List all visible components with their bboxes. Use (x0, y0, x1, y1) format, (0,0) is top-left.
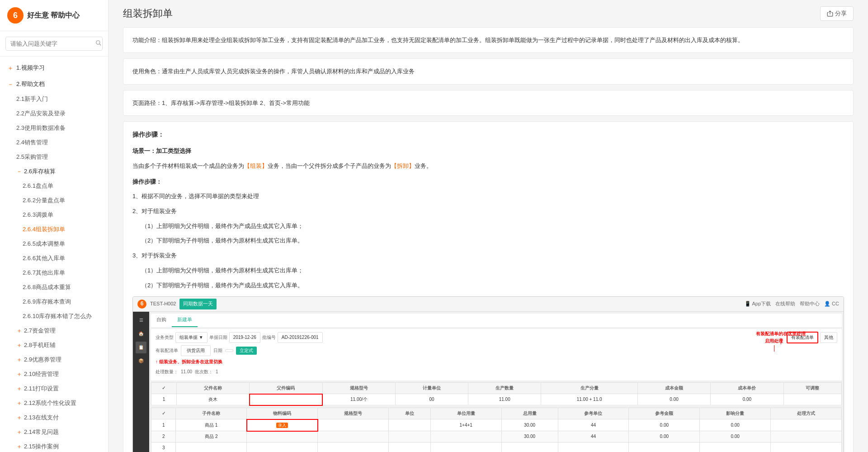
annotation3-label: 启用处理 (765, 337, 783, 345)
sidebar-item-coupon[interactable]: ＋2.9优惠券管理 (0, 352, 108, 367)
share-button[interactable]: 分享 (820, 6, 854, 21)
ss-titlebar-right: 📱 App下载 在线帮助 帮助中心 👤 CC (745, 300, 839, 309)
ss-type-label: 业务类型 (156, 333, 174, 342)
path-text: 页面路径：1、库存核算->库存管理->组装拆卸单 2、首页->常用功能 (132, 100, 310, 106)
logo-icon: 6 (7, 7, 24, 24)
ss-batch-count-label: 批次数： (195, 368, 213, 376)
lth-mat-code: 物料编码 (247, 408, 318, 419)
ss-nav-icon1: ☰ (139, 314, 143, 326)
ss-total-count: 处理数量： (156, 368, 178, 376)
ss-form-row2: 有装配清单 供货店用 日期 立定式 启用处理 (156, 345, 837, 356)
td-spec-val: 11.00/个 (322, 394, 395, 405)
sidebar-item-data[interactable]: 2.3使用前数据准备 (0, 121, 108, 135)
screenshot-container: 6 TEST-H002 同期数据一天 📱 App下载 在线帮助 帮助中心 👤 C… (132, 296, 844, 452)
sidebar-item-cases[interactable]: ＋2.15操作案例 (0, 439, 108, 452)
ss-qiyong-label: 有装配清单 (156, 347, 178, 355)
sidebar-item-2.6.5[interactable]: 2.6.5成本调整单 (0, 237, 108, 251)
ss-count-val: 11.00 (181, 368, 192, 376)
sidebar-item-2.6.4[interactable]: 2.6.4组装拆卸单 (0, 222, 108, 237)
ss-online-help: 在线帮助 (775, 300, 795, 309)
ss-other-btn: 其他 (820, 332, 837, 343)
ss-lower-table: ✓ 子件名称 物料编码 规格型号 单位 单位用量 总用量 参考单位 参考金额 (151, 408, 842, 452)
th-cost-amount: 成本金额 (637, 382, 710, 394)
sidebar-item-video[interactable]: ＋ 1.视频学习 (0, 60, 108, 76)
step3-2: （2）下部明细为子件明细，最终作为产成品生成其它入库单。 (132, 280, 844, 291)
sidebar-item-2.6.6[interactable]: 2.6.6其他入库单 (0, 251, 108, 266)
sidebar-item-2.6.8[interactable]: 2.6.8商品成本重算 (0, 280, 108, 295)
sidebar-item-docs-label: 2.帮助文档 (16, 80, 101, 88)
step2-2: （2）下部明细为子件明细，最终作为原材料生成其它出库单。 (132, 235, 844, 247)
search-button[interactable] (91, 37, 103, 50)
table-row: 1 炎木 11.00/个 00 11.00 11.00 + 11.0 0.00 (151, 394, 842, 405)
intro-block: 功能介绍：组装拆卸单用来处理企业组装或拆卸等加工业务，支持有固定装配清单的产品加… (123, 27, 854, 53)
th-adjustable: 可调整 (783, 382, 841, 394)
minus-icon: － (7, 81, 14, 87)
sidebar-item-custom[interactable]: ＋2.12系统个性化设置 (0, 396, 108, 410)
ss-app-dl: 📱 App下载 (745, 300, 771, 309)
search-icon (95, 40, 102, 46)
annotation2-label: ↑ 组装业务、拆卸业务在这里切换 (156, 358, 837, 366)
sidebar-item-2.6.2[interactable]: 2.6.2分量盘点单 (0, 193, 108, 208)
lth-unit-usage: 单位用量 (430, 408, 501, 419)
ss-company: TEST-H002 (150, 300, 176, 309)
td-cost-amt-val: 0.00 (637, 394, 710, 405)
ss-nav-active: 📋 (136, 342, 146, 353)
sidebar-item-purchase[interactable]: 2.5采购管理 (0, 150, 108, 164)
ss-body: ☰ 🏠 📋 📦 自购 新建单 (133, 312, 844, 452)
sidebar-item-faq[interactable]: ＋2.14常见问题 (0, 425, 108, 439)
sidebar-item-2.6.10[interactable]: 2.6.10库存账本错了怎么办 (0, 309, 108, 324)
ss-upper-table-container: ✓ 父件名称 父件编码 规格型号 计量单位 生产数量 生产分量 成本金额 成本单 (151, 382, 842, 406)
ss-qiyong-input: 供货店用 (181, 345, 211, 356)
sidebar-item-2.6.9[interactable]: 2.6.9库存账本查询 (0, 295, 108, 309)
td-prod-qty-val: 11.00 (468, 394, 541, 405)
ss-count-row: 处理数量： 11.00 批次数： 1 (156, 368, 837, 376)
sidebar-item-install[interactable]: 2.2产品安装及登录 (0, 106, 108, 121)
intro-text: 功能介绍：组装拆卸单用来处理企业组装或拆卸等加工业务，支持有固定装配清单的产品加… (132, 37, 744, 43)
ss-process-btn[interactable]: 立定式 (236, 347, 257, 355)
sidebar-item-2.6.1[interactable]: 2.6.1盘点单 (0, 179, 108, 193)
sidebar-item-2.6.7[interactable]: 2.6.7其他出库单 (0, 266, 108, 280)
ss-batch-count-val: 1 (216, 368, 218, 376)
ss-lower-table-container: ✓ 子件名称 物料编码 规格型号 单位 单位用量 总用量 参考单位 参考金额 (151, 408, 842, 452)
sidebar-item-ops[interactable]: ＋2.10经营管理 (0, 367, 108, 381)
th-check: ✓ (151, 382, 177, 394)
ss-main: 自购 新建单 业务类型 组装单据 ▼ 单据日期 2019-12-26 (149, 312, 844, 452)
sidebar-item-payment[interactable]: ＋2.13在线支付 (0, 410, 108, 425)
th-spec: 规格型号 (322, 382, 395, 394)
lth-unit: 单位 (388, 408, 430, 419)
th-prod-fraction: 生产分量 (541, 382, 638, 394)
ss-batch-label: 批编号 (262, 333, 276, 342)
search-input[interactable] (6, 38, 91, 50)
ss-batch-input: AD-20191226-001 (278, 332, 323, 343)
ss-form-row1: 业务类型 组装单据 ▼ 单据日期 2019-12-26 批编号 AD-20191… (156, 332, 837, 343)
sidebar-item-newbie[interactable]: 2.1新手入门 (0, 92, 108, 106)
ss-left-nav: ☰ 🏠 📋 📦 (133, 312, 149, 452)
table-row: 3 (151, 442, 842, 452)
ss-date-input: 2019-12-26 (229, 332, 260, 343)
ss-help-center: 帮助中心 (800, 300, 820, 309)
sidebar-item-2.6.3[interactable]: 2.6.3调拨单 (0, 208, 108, 222)
search-area (0, 31, 108, 57)
sidebar-item-finance[interactable]: ＋2.7资金管理 (0, 324, 108, 338)
ss-type-select: 业务类型 组装单据 ▼ 单据日期 2019-12-26 批编号 AD-20191… (156, 332, 323, 343)
lth-process: 处理方式 (771, 408, 842, 419)
sidebar-item-sales[interactable]: 2.4销售管理 (0, 135, 108, 150)
scene1-desc: 当由多个子件材料组装成一个成品的业务为【组装】业务，当由一个父件拆分成多个子产品… (132, 161, 844, 172)
ops-content: 场景一：加工类型选择 当由多个子件材料组装成一个成品的业务为【组装】业务，当由一… (132, 146, 844, 291)
td-adj-val (783, 394, 841, 405)
sidebar: 6 好生意 帮助中心 ＋ 1.视频学习 － 2.帮助文档 2.1新手入门 (0, 0, 108, 452)
th-parent-name: 父件名称 (176, 382, 249, 394)
ss-nav-icon4: 📦 (138, 355, 144, 367)
sidebar-item-inventory[interactable]: －2.6库存核算 (0, 164, 108, 179)
sidebar-item-print[interactable]: ＋2.11打印设置 (0, 381, 108, 396)
sidebar-item-docs[interactable]: － 2.帮助文档 (0, 76, 108, 92)
share-label: 分享 (835, 10, 847, 18)
svg-point-0 (96, 41, 100, 44)
sidebar-item-mobile[interactable]: ＋2.8手机旺辅 (0, 338, 108, 352)
th-prod-qty: 生产数量 (468, 382, 541, 394)
step1: 1、根据不同的业务，选择不同单据的类型来处理 (132, 191, 844, 202)
docs-sub-list: 2.1新手入门 2.2产品安装及登录 2.3使用前数据准备 2.4销售管理 2.… (0, 92, 108, 452)
role-text: 使用角色：通常由生产人员或库管人员完成拆装业务的操作，库管人员确认原材料的出库和… (132, 68, 415, 75)
step3: 3、对于拆装业务 (132, 250, 844, 262)
td-prod-frac-val: 11.00 + 11.0 (541, 394, 638, 405)
